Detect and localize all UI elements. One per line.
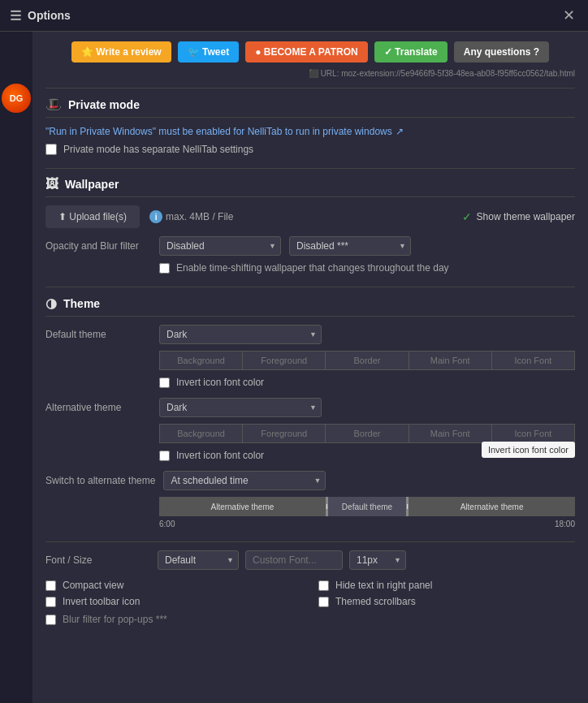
upload-row: ⬆ Upload file(s) i max. 4MB / File ✓ Sho… bbox=[45, 205, 575, 228]
alt-theme-label-2: Alternative theme bbox=[460, 502, 524, 511]
options-window: ☰ Options ✕ DG ⭐ Write a review 🐦 Tweet … bbox=[0, 0, 588, 703]
sidebar-logo: DG bbox=[2, 84, 31, 113]
font-select[interactable]: Default bbox=[158, 550, 239, 570]
sidebar-panel: DG bbox=[0, 32, 32, 703]
upload-button[interactable]: ⬆ Upload file(s) bbox=[45, 205, 140, 228]
time-start: 6:00 bbox=[159, 520, 175, 528]
swatch-alt-background[interactable]: Background bbox=[159, 424, 242, 443]
themed-scrollbars-checkbox[interactable] bbox=[318, 597, 329, 607]
invert-alt-label: Invert icon font color bbox=[176, 450, 264, 461]
divider-3 bbox=[45, 287, 575, 287]
invert-toolbar-checkbox[interactable] bbox=[45, 597, 56, 607]
themed-scrollbars-label: Themed scrollbars bbox=[335, 596, 416, 607]
wallpaper-section: 🖼 Wallpaper ⬆ Upload file(s) i max. 4MB … bbox=[45, 177, 575, 274]
default-theme-select-wrapper: Dark bbox=[159, 325, 322, 344]
main-panel: ⭐ Write a review 🐦 Tweet ● BECOME A PATR… bbox=[32, 32, 588, 703]
timeline-default: Default theme bbox=[328, 497, 406, 516]
review-button[interactable]: ⭐ Write a review bbox=[71, 41, 171, 63]
private-mode-checkbox[interactable] bbox=[45, 144, 57, 155]
timeline-labels: 6:00 18:00 bbox=[45, 520, 575, 528]
compact-view-checkbox[interactable] bbox=[45, 580, 56, 591]
switch-select[interactable]: At scheduled time bbox=[163, 471, 326, 490]
invert-default-checkbox[interactable] bbox=[159, 377, 170, 388]
check-icon: ✓ bbox=[462, 210, 472, 223]
default-swatches: Background Foreground Border Main Font I… bbox=[159, 351, 575, 370]
theme-icon: ◑ bbox=[45, 295, 57, 311]
private-warning: "Run in Private Windows" must be enabled… bbox=[45, 126, 575, 137]
external-link-icon[interactable]: ↗ bbox=[396, 126, 404, 137]
compact-view-label: Compact view bbox=[63, 580, 123, 591]
patron-button[interactable]: ● BECOME A PATRON bbox=[245, 41, 368, 63]
swatch-border[interactable]: Border bbox=[325, 351, 408, 370]
alt-theme-label: Alternative theme bbox=[45, 402, 151, 413]
swatch-alt-foreground[interactable]: Foreground bbox=[242, 424, 325, 443]
private-mode-title: Private mode bbox=[68, 98, 140, 111]
invert-toolbar-label: Invert toolbar icon bbox=[63, 596, 140, 607]
blur-filter-checkbox[interactable] bbox=[45, 615, 56, 625]
divider-4 bbox=[45, 541, 575, 542]
time-end: 18:00 bbox=[555, 520, 575, 528]
switch-label: Switch to alternate theme bbox=[45, 475, 155, 486]
translate-button[interactable]: ✓ Translate bbox=[374, 41, 447, 63]
timeshifting-checkbox[interactable] bbox=[159, 263, 170, 274]
max-size: i max. 4MB / File bbox=[149, 210, 233, 223]
timeshifting-label: Enable time-shifting wallpaper that chan… bbox=[176, 262, 449, 274]
alt-theme-select[interactable]: Dark bbox=[159, 398, 322, 417]
url-prefix: ⬛ URL: bbox=[309, 69, 339, 78]
size-select[interactable]: 11px bbox=[349, 550, 406, 570]
schedule-row: Switch to alternate theme At scheduled t… bbox=[45, 471, 575, 490]
timeline-container: Alternative theme I Default theme I bbox=[45, 497, 575, 516]
compact-view-option: Compact view bbox=[45, 580, 302, 591]
url-bar: ⬛ URL: moz-extension://5e9466f9-5f38-48e… bbox=[45, 69, 575, 78]
switch-select-wrapper: At scheduled time bbox=[163, 471, 326, 490]
hide-text-checkbox[interactable] bbox=[318, 580, 329, 591]
blur-select-wrapper: Disabled *** bbox=[289, 236, 411, 256]
alt-theme-row: Alternative theme Dark bbox=[45, 398, 575, 417]
blur-filter-label: Blur filter for pop-ups *** bbox=[63, 614, 167, 625]
timeline-alt-1: Alternative theme bbox=[159, 497, 326, 516]
swatch-alt-border[interactable]: Border bbox=[325, 424, 408, 443]
swatch-icon-font[interactable]: Icon Font bbox=[491, 351, 575, 370]
tweet-button[interactable]: 🐦 Tweet bbox=[178, 41, 239, 63]
swatch-foreground[interactable]: Foreground bbox=[242, 351, 325, 370]
swatch-background[interactable]: Background bbox=[159, 351, 242, 370]
alt-theme-label-1: Alternative theme bbox=[210, 502, 274, 511]
font-label: Font / Size bbox=[45, 554, 151, 566]
swatch-main-font[interactable]: Main Font bbox=[409, 351, 491, 370]
invert-toolbar-option: Invert toolbar icon bbox=[45, 596, 302, 607]
private-mode-label: Private mode has separate NelliTab setti… bbox=[63, 144, 253, 155]
opacity-label: Opacity and Blur filter bbox=[45, 240, 151, 252]
default-theme-label-timeline: Default theme bbox=[342, 502, 392, 511]
private-mode-icon: 🎩 bbox=[45, 97, 62, 112]
size-select-wrapper: 11px bbox=[349, 550, 406, 570]
close-button[interactable]: ✕ bbox=[560, 6, 578, 24]
blur-select[interactable]: Disabled *** bbox=[289, 236, 411, 256]
default-theme-select[interactable]: Dark bbox=[159, 325, 322, 344]
questions-button[interactable]: Any questions ? bbox=[454, 41, 549, 63]
themed-scrollbars-option: Themed scrollbars bbox=[318, 596, 575, 607]
hide-text-option: Hide text in right panel bbox=[318, 580, 575, 591]
custom-font-input[interactable] bbox=[245, 550, 343, 570]
theme-title: Theme bbox=[63, 297, 100, 310]
invert-alt-row: Invert icon font color Invert icon font … bbox=[45, 450, 575, 461]
invert-alt-checkbox[interactable] bbox=[159, 451, 170, 461]
private-mode-header: 🎩 Private mode bbox=[45, 97, 575, 118]
options-grid: Compact view Hide text in right panel In… bbox=[45, 580, 575, 607]
swatch-alt-icon-font[interactable]: Icon Font bbox=[491, 424, 575, 443]
titlebar: ☰ Options ✕ bbox=[0, 0, 588, 32]
warning-text: "Run in Private Windows" must be enabled… bbox=[45, 126, 392, 137]
max-size-text: max. 4MB / File bbox=[166, 211, 233, 222]
swatch-alt-main-font[interactable]: Main Font bbox=[409, 424, 491, 443]
info-icon: i bbox=[149, 210, 162, 223]
opacity-select[interactable]: Disabled bbox=[159, 236, 281, 256]
show-wallpaper-label: Show theme wallpaper bbox=[477, 211, 575, 222]
divider-2 bbox=[45, 168, 575, 169]
invert-default-label: Invert icon font color bbox=[176, 377, 264, 388]
alt-swatches: Background Foreground Border Main Font I… bbox=[159, 424, 575, 443]
timeline-track: Alternative theme I Default theme I bbox=[159, 497, 575, 516]
private-mode-checkbox-row: Private mode has separate NelliTab setti… bbox=[45, 144, 575, 155]
content-area: ⭐ Write a review 🐦 Tweet ● BECOME A PATR… bbox=[32, 32, 588, 635]
invert-default-row: Invert icon font color bbox=[45, 377, 575, 388]
private-mode-section: 🎩 Private mode "Run in Private Windows" … bbox=[45, 97, 575, 155]
window-title: Options bbox=[28, 9, 71, 22]
